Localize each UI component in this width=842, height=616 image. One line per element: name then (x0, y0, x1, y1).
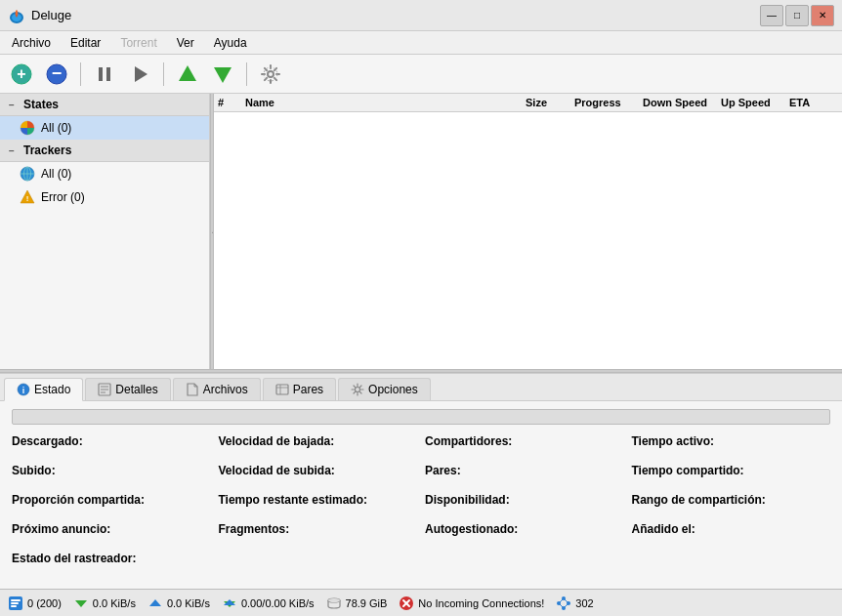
col-header-eta: ETA (789, 97, 838, 108)
sidebar-trackers-error-label: Error (0) (41, 190, 85, 204)
states-toggle[interactable]: − (6, 100, 18, 110)
detail-subido: Subido: (12, 464, 211, 493)
details-icon (98, 383, 111, 396)
down-speed-icon (73, 595, 89, 611)
detail-disponibilidad: Disponibilidad: (425, 493, 624, 522)
tab-estado[interactable]: i Estado (4, 378, 83, 401)
detail-subido-label: Subido: (12, 464, 211, 477)
remove-icon: − (46, 63, 67, 85)
trackers-toggle[interactable]: − (6, 145, 18, 156)
dht-value: 302 (575, 597, 593, 609)
resume-icon (129, 63, 150, 85)
svg-point-29 (356, 388, 360, 392)
detail-anadido: Añadido el: (632, 522, 831, 552)
menu-ayuda[interactable]: Ayuda (206, 34, 255, 52)
states-section-header: − States (0, 94, 209, 116)
menu-archivo[interactable]: Archivo (4, 34, 59, 52)
col-header-progress: Progress (574, 97, 643, 108)
svg-text:!: ! (26, 194, 29, 203)
detail-compartidores-value (425, 450, 624, 464)
detail-fragmentos-value (219, 538, 418, 552)
move-up-icon (177, 63, 198, 85)
details-col2: Velocidad de bajada: Velocidad de subida… (219, 434, 418, 581)
move-up-button[interactable] (172, 60, 203, 89)
title-bar: Deluge — □ ✕ (0, 0, 842, 31)
col-header-down: Down Speed (643, 97, 721, 108)
detail-pares-label: Pares: (425, 464, 624, 477)
svg-rect-6 (99, 67, 103, 81)
detail-descargado-label: Descargado: (12, 434, 211, 448)
detail-rango-value (632, 509, 831, 522)
detail-vel-subida-label: Velocidad de subida: (219, 464, 418, 477)
detail-tiempo-activo-value (632, 450, 831, 464)
sidebar-all-label: All (0) (41, 121, 71, 135)
status-down-speed: 0.0 KiB/s (73, 595, 136, 611)
detail-tiempo-comp: Tiempo compartido: (632, 464, 831, 493)
main-area: − States All (0) − Trackers (0, 94, 842, 369)
settings-icon (260, 63, 281, 85)
file-icon (186, 383, 199, 396)
down-speed-value: 0.0 KiB/s (93, 597, 136, 609)
move-down-icon (212, 63, 233, 85)
pause-button[interactable] (89, 60, 120, 89)
settings-button[interactable] (255, 60, 286, 89)
detail-autogestionado-value (425, 538, 624, 552)
remove-button[interactable]: − (41, 60, 72, 89)
svg-line-49 (564, 603, 568, 608)
tab-opciones[interactable]: Opciones (338, 378, 431, 400)
detail-tiempo-comp-label: Tiempo compartido: (632, 464, 831, 477)
add-icon: + (11, 63, 32, 85)
close-button[interactable]: ✕ (811, 5, 834, 26)
detail-vel-bajada-value (219, 450, 418, 464)
detail-descargado-value (12, 450, 211, 464)
detail-rango: Rango de compartición: (632, 493, 831, 522)
options-icon (351, 383, 364, 396)
tab-archivos[interactable]: Archivos (173, 378, 261, 400)
sidebar: − States All (0) − Trackers (0, 94, 210, 369)
detail-proximo-label: Próximo anuncio: (12, 522, 211, 536)
menu-ver[interactable]: Ver (169, 34, 202, 52)
minimize-button[interactable]: — (760, 5, 783, 26)
detail-anadido-label: Añadido el: (632, 522, 831, 536)
move-down-button[interactable] (207, 60, 238, 89)
detail-proximo: Próximo anuncio: (12, 522, 211, 552)
app-title: Deluge (31, 8, 71, 22)
dht-icon (556, 595, 571, 611)
sidebar-item-trackers-error[interactable]: ! Error (0) (0, 185, 209, 209)
resume-button[interactable] (124, 60, 155, 89)
svg-rect-7 (106, 67, 110, 81)
detail-autogestionado-label: Autogestionado: (425, 522, 624, 536)
detail-proximo-value (12, 538, 211, 552)
svg-text:−: − (52, 63, 63, 83)
add-button[interactable]: + (6, 60, 37, 89)
tab-archivos-label: Archivos (203, 383, 248, 396)
details-col4: Tiempo activo: Tiempo compartido: Rango … (632, 434, 831, 581)
detail-proporcion: Proporción compartida: (12, 493, 211, 522)
details-panel: Descargado: Subido: Proporción compartid… (0, 401, 842, 589)
svg-marker-9 (179, 65, 196, 81)
peers-icon (275, 383, 289, 396)
details-col1: Descargado: Subido: Proporción compartid… (12, 434, 211, 581)
torrent-list[interactable] (214, 112, 842, 369)
detail-estado: Estado del rastreador: (12, 552, 211, 581)
toolbar-separator-2 (163, 62, 164, 86)
tab-detalles[interactable]: Detalles (85, 378, 170, 400)
status-transfer: 0.00/0.00 KiB/s (222, 595, 315, 611)
menu-editar[interactable]: Editar (63, 34, 108, 52)
app-icon (8, 7, 25, 24)
svg-marker-35 (149, 599, 161, 606)
menu-torrent[interactable]: Torrent (112, 34, 164, 52)
detail-descargado: Descargado: (12, 434, 211, 464)
svg-line-48 (564, 598, 568, 603)
detail-disponibilidad-value (425, 509, 624, 522)
maximize-button[interactable]: □ (785, 5, 809, 26)
trackers-label: Trackers (23, 144, 71, 157)
disk-icon (326, 595, 342, 611)
detail-anadido-value (632, 538, 831, 552)
sidebar-item-all[interactable]: All (0) (0, 116, 209, 140)
svg-text:i: i (22, 386, 25, 395)
sidebar-item-trackers-all[interactable]: All (0) (0, 162, 209, 185)
tab-pares[interactable]: Pares (263, 378, 336, 400)
torrent-area: # Name Size Progress Down Speed Up Speed… (214, 94, 842, 369)
progress-bar (12, 409, 830, 425)
